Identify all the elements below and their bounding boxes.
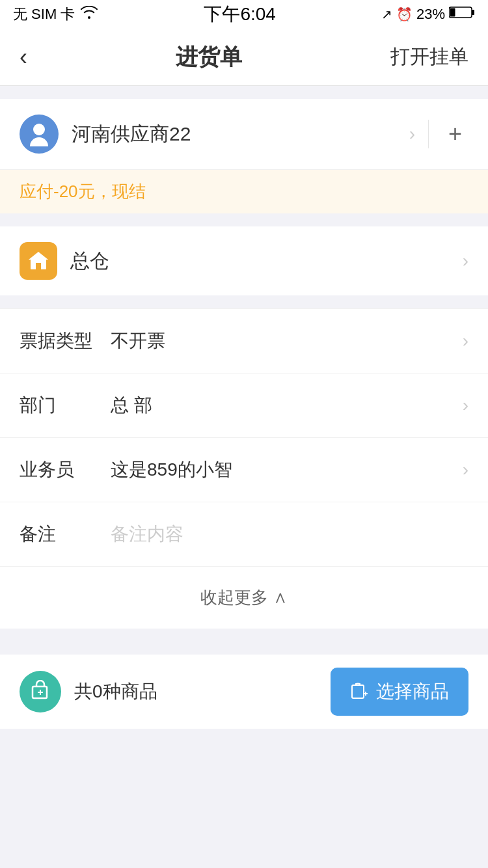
status-time: 下午6:04 [204, 2, 276, 27]
bottom-section: 共0种商品 选择商品 [0, 655, 488, 729]
supplier-row-actions: › + [409, 120, 468, 148]
supplier-row[interactable]: 河南供应商22 › + [0, 99, 488, 170]
status-left: 无 SIM 卡 [13, 5, 98, 24]
svg-marker-4 [29, 252, 48, 260]
form-value-invoice: 不开票 [111, 329, 463, 353]
form-card: 票据类型 不开票 › 部门 总 部 › 业务员 这是859的小智 › 备注 备注… [0, 308, 488, 629]
select-goods-button[interactable]: 选择商品 [331, 668, 468, 716]
salesperson-chevron-icon: › [463, 459, 468, 480]
collapse-label: 收起更多 ∧ [200, 586, 287, 609]
form-value-salesperson: 这是859的小智 [111, 457, 463, 482]
department-chevron-icon: › [463, 395, 468, 416]
wifi-icon [80, 6, 98, 23]
warehouse-card: 总仓 › [0, 226, 488, 295]
form-row-salesperson[interactable]: 业务员 这是859的小智 › [0, 437, 488, 502]
form-row-department[interactable]: 部门 总 部 › [0, 373, 488, 437]
alarm-icon: ⏰ [396, 7, 413, 22]
back-button[interactable]: ‹ [20, 44, 27, 71]
svg-rect-2 [450, 8, 455, 17]
collapse-row[interactable]: 收起更多 ∧ [0, 566, 488, 629]
form-label-invoice: 票据类型 [20, 329, 111, 353]
form-row-invoice[interactable]: 票据类型 不开票 › [0, 308, 488, 373]
status-bar: 无 SIM 卡 下午6:04 ↗ ⏰ 23% [0, 0, 488, 29]
middle-divider-1 [0, 213, 488, 226]
form-value-department: 总 部 [111, 393, 463, 418]
form-label-salesperson: 业务员 [20, 457, 111, 482]
battery-label: 23% [416, 6, 445, 23]
warehouse-icon-wrap [20, 242, 57, 280]
form-label-department: 部门 [20, 393, 111, 418]
form-placeholder-remark: 备注内容 [111, 522, 468, 547]
select-goods-icon [350, 682, 370, 701]
product-count-label: 共0种商品 [74, 679, 331, 704]
avatar-person-icon [29, 124, 49, 144]
warehouse-chevron-icon: › [463, 251, 468, 271]
form-row-remark[interactable]: 备注 备注内容 [0, 502, 488, 566]
content-background [0, 729, 488, 868]
supplier-chevron-icon: › [409, 124, 415, 144]
open-hang-button[interactable]: 打开挂单 [390, 44, 468, 70]
notice-bar: 应付-20元，现结 [0, 170, 488, 213]
battery-icon [449, 6, 475, 23]
warehouse-row[interactable]: 总仓 › [0, 226, 488, 295]
bottom-divider [0, 629, 488, 642]
notice-text: 应付-20元，现结 [20, 182, 146, 201]
supplier-avatar [20, 115, 59, 154]
form-label-remark: 备注 [20, 522, 111, 547]
add-supplier-button[interactable]: + [442, 120, 468, 148]
supplier-card: 河南供应商22 › + 应付-20元，现结 [0, 99, 488, 213]
product-icon-wrap [20, 671, 61, 712]
product-cart-icon [29, 680, 52, 703]
nav-bar: ‹ 进货单 打开挂单 [0, 29, 488, 86]
sim-label: 无 SIM 卡 [13, 5, 75, 24]
svg-rect-9 [352, 685, 364, 698]
status-right: ↗ ⏰ 23% [381, 6, 475, 23]
svg-rect-5 [36, 263, 41, 269]
location-icon: ↗ [381, 7, 392, 22]
select-goods-label: 选择商品 [376, 679, 449, 704]
top-divider [0, 86, 488, 99]
middle-divider-2 [0, 295, 488, 308]
warehouse-icon [27, 250, 49, 272]
svg-rect-1 [472, 10, 474, 15]
page-title: 进货单 [176, 42, 242, 72]
supplier-name: 河南供应商22 [72, 121, 409, 148]
invoice-chevron-icon: › [463, 331, 468, 351]
vertical-divider [428, 120, 429, 148]
warehouse-name: 总仓 [70, 248, 463, 275]
